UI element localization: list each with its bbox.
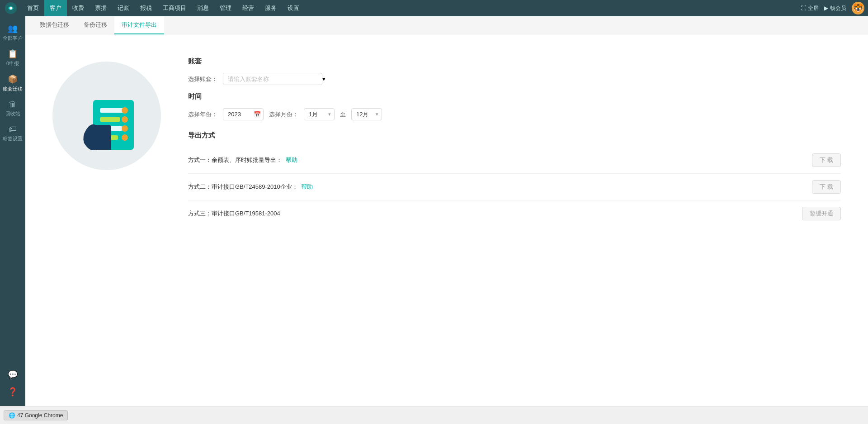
nav-item-fee[interactable]: 收费 [67,0,90,16]
avatar[interactable]: 🐯 [852,2,864,14]
account-select-label: 选择账套： [188,75,217,83]
fullscreen-label: 全屏 [808,5,819,12]
svg-point-1 [9,7,12,10]
sidebar-item-tag[interactable]: 🏷 标签设置 [0,121,25,146]
year-input[interactable] [223,108,264,120]
chrome-icon: 🌐 [9,412,15,419]
account-chevron-icon: ▾ [322,76,326,82]
vip-icon: ▶ [824,5,828,11]
nav-item-bookkeeping[interactable]: 记账 [112,0,135,16]
method-1-download-button[interactable]: 下 载 [812,153,841,167]
export-method-1-row: 方式一：余额表、序时账批量导出： 帮助 下 载 [188,147,841,174]
illustration-area [52,52,161,388]
tab-audit-export[interactable]: 审计文件导出 [114,16,164,34]
month-end-select[interactable]: 1月2月3月4月 5月6月7月8月 9月10月11月12月 [351,108,382,120]
nav-item-service[interactable]: 服务 [259,0,282,16]
sidebar-item-label: 全部客户 [3,35,23,42]
tab-backup-migration[interactable]: 备份迁移 [76,16,114,34]
account-row: 选择账套： ▾ [188,73,841,85]
sidebar-item-chat[interactable]: 💬 [0,366,25,383]
svg-rect-4 [100,117,120,122]
method-3-label: 方式三：审计接口GB/T19581-2004 [188,210,280,217]
account-input[interactable] [223,73,322,85]
content-area: 数据包迁移 备份迁移 审计文件导出 [25,16,868,406]
nav-item-business2[interactable]: 经营 [237,0,259,16]
time-row: 选择年份： 📅 选择月份： 1月2月3月4月 5月6月7月8月 9月10月11月… [188,108,841,120]
help-icon: ❓ [8,387,18,397]
nav-right: ⛶ 全屏 ▶ 畅会员 🐯 [801,2,864,14]
method-2-download-button[interactable]: 下 载 [812,180,841,194]
top-nav: 首页 客户 收费 票据 记账 报税 工商项目 消息 管理 经营 服务 设置 ⛶ … [0,0,868,16]
taskbar-chrome-item[interactable]: 🌐 47 Google Chrome [4,410,68,420]
export-method-2-text: 方式二：审计接口GB/T24589-2010企业： 帮助 [188,183,313,191]
vip-label: 畅会员 [830,5,846,12]
month-start-select[interactable]: 1月2月3月4月 5月6月7月8月 9月10月11月12月 [304,108,335,120]
fullscreen-icon: ⛶ [801,5,806,11]
form-area: 账套 选择账套： ▾ 时间 选择年份： 📅 选择月份： [188,52,841,388]
method-2-help-link[interactable]: 帮助 [301,183,313,190]
nav-item-home[interactable]: 首页 [22,0,44,16]
migration-icon: 📦 [8,74,18,84]
account-section-title: 账套 [188,57,841,66]
nav-item-customer[interactable]: 客户 [44,0,67,16]
sidebar-item-help[interactable]: ❓ [0,383,25,400]
sidebar-item-label: 回收站 [5,110,20,117]
left-sidebar: 👥 全部客户 📋 0申报 📦 账套迁移 🗑 回收站 🏷 标签设置 💬 ❓ [0,16,25,406]
nav-item-tax[interactable]: 报税 [135,0,157,16]
main-layout: 👥 全部客户 📋 0申报 📦 账套迁移 🗑 回收站 🏷 标签设置 💬 ❓ [0,16,868,406]
to-label: 至 [340,110,346,119]
method-1-label: 方式一：余额表、序时账批量导出： [188,157,282,163]
tabs-bar: 数据包迁移 备份迁移 审计文件导出 [25,16,868,34]
sidebar-item-zero-declare[interactable]: 📋 0申报 [0,45,25,71]
export-method-3-text: 方式三：审计接口GB/T19581-2004 [188,210,280,218]
taskbar: 🌐 47 Google Chrome [0,406,868,424]
zero-declare-icon: 📋 [8,49,18,59]
taskbar-label: 47 Google Chrome [17,412,63,419]
nav-item-message[interactable]: 消息 [192,0,214,16]
svg-point-10 [122,134,128,141]
sidebar-item-all-customers[interactable]: 👥 全部客户 [0,20,25,45]
tab-data-migration[interactable]: 数据包迁移 [33,16,76,34]
vip-button[interactable]: ▶ 畅会员 [824,5,846,12]
account-select-wrapper: ▾ [223,73,326,85]
nav-item-business[interactable]: 工商项目 [157,0,192,16]
time-section-title: 时间 [188,92,841,101]
export-section-title: 导出方式 [188,131,841,140]
chat-icon: 💬 [8,370,18,380]
svg-point-9 [122,125,128,132]
month-label: 选择月份： [269,110,298,119]
svg-point-7 [122,107,128,114]
sidebar-item-label: 账套迁移 [3,86,23,92]
export-method-1-text: 方式一：余额表、序时账批量导出： 帮助 [188,156,297,164]
recycle-icon: 🗑 [9,100,17,109]
method-2-label: 方式二：审计接口GB/T24589-2010企业： [188,183,298,190]
all-customers-icon: 👥 [8,24,18,33]
svg-rect-3 [100,108,125,113]
export-method-2-row: 方式二：审计接口GB/T24589-2010企业： 帮助 下 载 [188,174,841,200]
svg-point-8 [122,116,128,123]
illustration-circle [52,62,161,170]
page-content: 账套 选择账套： ▾ 时间 选择年份： 📅 选择月份： [25,34,868,406]
sidebar-item-migration[interactable]: 📦 账套迁移 [0,71,25,96]
sidebar-item-label: 标签设置 [3,135,23,142]
tag-icon: 🏷 [9,124,17,134]
nav-item-invoice[interactable]: 票据 [90,0,112,16]
fullscreen-button[interactable]: ⛶ 全屏 [801,5,819,12]
sidebar-item-label: 0申报 [6,60,19,67]
export-section: 导出方式 方式一：余额表、序时账批量导出： 帮助 下 载 方式二：审计接口GB/… [188,131,841,227]
nav-items: 首页 客户 收费 票据 记账 报税 工商项目 消息 管理 经营 服务 设置 [22,0,801,16]
nav-item-manage[interactable]: 管理 [214,0,237,16]
month-select-wrapper: 1月2月3月4月 5月6月7月8月 9月10月11月12月 ▾ [304,108,335,120]
month-end-select-wrapper: 1月2月3月4月 5月6月7月8月 9月10月11月12月 ▾ [351,108,382,120]
method-1-help-link[interactable]: 帮助 [286,157,297,163]
year-label: 选择年份： [188,110,217,119]
export-method-3-row: 方式三：审计接口GB/T19581-2004 暂缓开通 [188,200,841,227]
sidebar-item-recycle[interactable]: 🗑 回收站 [0,96,25,121]
method-3-unlock-button[interactable]: 暂缓开通 [802,207,841,220]
logo [4,1,18,15]
year-input-wrapper: 📅 [223,108,264,120]
nav-item-settings[interactable]: 设置 [282,0,305,16]
